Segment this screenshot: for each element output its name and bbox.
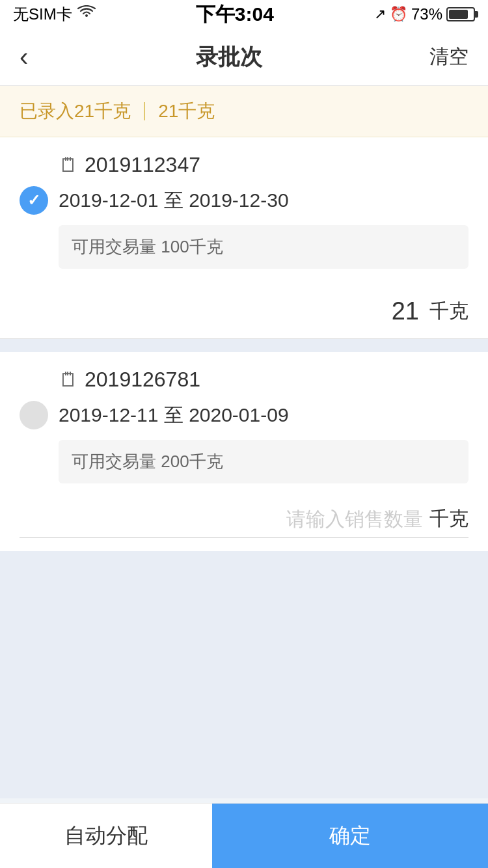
quantity-input-2[interactable] bbox=[20, 508, 423, 530]
auto-distribute-button[interactable]: 自动分配 bbox=[0, 804, 212, 868]
location-icon: ↗ bbox=[374, 6, 386, 23]
quantity-value-1: 21 bbox=[392, 297, 419, 325]
batch-available-2: 可用交易量 200千克 bbox=[59, 440, 468, 483]
batch-date-row-1[interactable]: ✓ 2019-12-01 至 2019-12-30 bbox=[20, 186, 468, 215]
status-time: 下午3:04 bbox=[196, 1, 274, 28]
radio-1[interactable]: ✓ bbox=[20, 186, 48, 215]
radio-2[interactable] bbox=[20, 401, 48, 429]
alarm-icon: ⏰ bbox=[390, 6, 407, 23]
carrier-text: 无SIM卡 bbox=[13, 4, 72, 25]
batch-date-1: 2019-12-01 至 2019-12-30 bbox=[59, 187, 289, 214]
nav-bar: ‹ 录批次 清空 bbox=[0, 29, 488, 86]
clear-button[interactable]: 清空 bbox=[429, 44, 468, 70]
battery-percent: 73% bbox=[411, 5, 442, 23]
quantity-unit-1: 千克 bbox=[429, 298, 468, 325]
batch-id-2: 2019126781 bbox=[85, 368, 200, 392]
batch-id-row-2: 🗒 2019126781 bbox=[20, 368, 468, 392]
status-carrier: 无SIM卡 bbox=[13, 4, 96, 25]
page-title: 录批次 bbox=[196, 42, 262, 72]
batch-date-2: 2019-12-11 至 2020-01-09 bbox=[59, 402, 289, 429]
batch-icon-2: 🗒 bbox=[59, 369, 78, 391]
summary-recorded: 已录入21千克 bbox=[20, 99, 131, 124]
status-bar: 无SIM卡 下午3:04 ↗ ⏰ 73% bbox=[0, 0, 488, 29]
empty-area bbox=[0, 551, 488, 798]
batch-item-2: 🗒 2019126781 2019-12-11 至 2020-01-09 可用交… bbox=[0, 352, 488, 551]
input-section-2: 千克 bbox=[0, 499, 488, 551]
confirm-button[interactable]: 确定 bbox=[212, 804, 488, 868]
batch-item-1: 🗒 2019112347 ✓ 2019-12-01 至 2019-12-30 可… bbox=[0, 137, 488, 339]
summary-banner: 已录入21千克 21千克 bbox=[0, 86, 488, 137]
checkmark-1: ✓ bbox=[27, 191, 40, 210]
wifi-icon bbox=[77, 5, 96, 23]
input-unit-2: 千克 bbox=[429, 506, 468, 532]
batch-date-row-2[interactable]: 2019-12-11 至 2020-01-09 bbox=[20, 401, 468, 429]
summary-amount: 21千克 bbox=[158, 99, 215, 124]
batch-icon-1: 🗒 bbox=[59, 154, 78, 176]
input-underline-2: 千克 bbox=[20, 506, 468, 538]
summary-divider bbox=[144, 102, 145, 120]
status-right: ↗ ⏰ 73% bbox=[374, 5, 475, 23]
bottom-bar: 自动分配 确定 bbox=[0, 803, 488, 868]
batch-id-1: 2019112347 bbox=[85, 153, 200, 177]
battery-icon bbox=[446, 7, 475, 21]
section-separator-1 bbox=[0, 339, 488, 352]
batch-id-row-1: 🗒 2019112347 bbox=[20, 153, 468, 177]
quantity-row-1: 21 千克 bbox=[0, 284, 488, 339]
batch-available-1: 可用交易量 100千克 bbox=[59, 225, 468, 269]
back-button[interactable]: ‹ bbox=[20, 42, 28, 72]
